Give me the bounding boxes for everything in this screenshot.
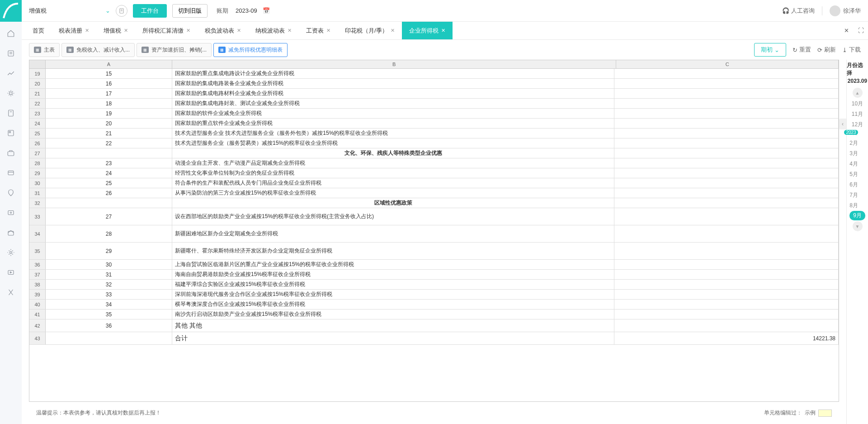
- month-item[interactable]: 6月: [849, 180, 865, 190]
- cell[interactable]: 国家鼓励的集成电路装备企业减免企业所得税: [172, 79, 614, 88]
- row-index[interactable]: 21: [29, 89, 46, 98]
- cell[interactable]: 31: [46, 270, 172, 279]
- table-row[interactable]: 1915国家鼓励的重点集成电路设计企业减免企业所得税: [29, 69, 839, 79]
- tab[interactable]: 工资表✕: [299, 22, 338, 39]
- row-index[interactable]: 34: [29, 225, 46, 242]
- cell[interactable]: 15: [46, 69, 172, 78]
- close-tab-button[interactable]: ✕: [839, 22, 854, 40]
- cell[interactable]: 34: [46, 300, 172, 309]
- table-row[interactable]: 2016国家鼓励的集成电路装备企业减免企业所得税: [29, 79, 839, 89]
- cell[interactable]: 27: [46, 208, 172, 225]
- col-header-b[interactable]: B: [172, 60, 616, 68]
- row-index[interactable]: 33: [29, 208, 46, 225]
- cell[interactable]: 22: [46, 138, 172, 148]
- cell[interactable]: [614, 138, 839, 148]
- nav-icon-4[interactable]: [0, 85, 22, 101]
- cell[interactable]: 29: [46, 243, 172, 259]
- month-item[interactable]: 5月: [849, 169, 865, 180]
- cell[interactable]: 25: [46, 178, 172, 188]
- cell[interactable]: 20: [46, 119, 172, 128]
- user-menu[interactable]: 徐泽华: [830, 5, 861, 16]
- cell[interactable]: 国家鼓励的集成电路封装、测试企业减免企业所得税: [172, 99, 614, 108]
- close-icon[interactable]: ✕: [124, 28, 128, 33]
- row-index[interactable]: 29: [29, 168, 46, 178]
- month-item[interactable]: 2月: [849, 138, 865, 148]
- table-row[interactable]: 2117国家鼓励的集成电路材料企业减免企业所得税: [29, 89, 839, 99]
- row-index[interactable]: 22: [29, 99, 46, 108]
- table-row[interactable]: 3327设在西部地区的鼓励类产业企业减按15%的税率征收企业所得税(主营业务收入…: [29, 208, 839, 225]
- cell[interactable]: [46, 198, 172, 208]
- cell[interactable]: [614, 79, 839, 88]
- table-row[interactable]: 2823动漫企业自主开发、生产动漫产品定期减免企业所得税: [29, 158, 839, 168]
- cell[interactable]: [614, 260, 839, 269]
- calendar-icon[interactable]: 📅: [263, 7, 270, 14]
- cell[interactable]: [614, 148, 839, 158]
- table-row[interactable]: 4135南沙先行启动区鼓励类产业企业减按15%税率征收企业所得税: [29, 310, 839, 319]
- cell[interactable]: 17: [46, 89, 172, 98]
- cell[interactable]: 26: [46, 188, 172, 198]
- row-index[interactable]: 35: [29, 243, 46, 259]
- cell[interactable]: [46, 332, 172, 344]
- table-row[interactable]: 4236其他 其他: [29, 319, 839, 332]
- cell[interactable]: [614, 280, 839, 289]
- cell[interactable]: 23: [46, 158, 172, 168]
- nav-icon-3[interactable]: [0, 65, 22, 81]
- cell[interactable]: [614, 89, 839, 98]
- workspace-button[interactable]: 工作台: [133, 4, 167, 18]
- row-index[interactable]: 36: [29, 260, 46, 269]
- settings-icon[interactable]: [0, 244, 22, 261]
- tab[interactable]: 增值税✕: [96, 22, 135, 39]
- row-index[interactable]: 39: [29, 290, 46, 299]
- cell[interactable]: 国家鼓励的重点软件企业减免企业所得税: [172, 119, 614, 128]
- cell[interactable]: [614, 158, 839, 168]
- cell[interactable]: 从事污染防治的第三方企业减按15%的税率征收企业所得税: [172, 188, 614, 198]
- table-row[interactable]: 3731海南自由贸易港鼓励类企业减按15%税率征收企业所得税: [29, 270, 839, 280]
- cell[interactable]: 合计: [172, 332, 614, 344]
- cell[interactable]: 经营性文化事业单位转制为企业的免征企业所得税: [172, 168, 614, 178]
- row-index[interactable]: 41: [29, 310, 46, 319]
- download-button[interactable]: ⤓ 下载: [842, 46, 861, 54]
- month-item[interactable]: 10月: [852, 99, 863, 109]
- row-index[interactable]: 31: [29, 188, 46, 198]
- subtab[interactable]: ▦资产加速折旧、摊销(...: [137, 43, 212, 57]
- subtab[interactable]: ▦主表: [29, 43, 60, 57]
- main-dropdown[interactable]: 增值税 ⌄: [29, 7, 110, 15]
- table-row[interactable]: 2924经营性文化事业单位转制为企业的免征企业所得税: [29, 168, 839, 178]
- cell[interactable]: 21: [46, 129, 172, 138]
- cell[interactable]: 24: [46, 168, 172, 178]
- cell-header[interactable]: 区域性优惠政策: [172, 198, 614, 208]
- row-index[interactable]: 30: [29, 178, 46, 188]
- cell[interactable]: [614, 99, 839, 108]
- row-index[interactable]: 37: [29, 270, 46, 279]
- tab[interactable]: 企业所得税✕: [402, 22, 453, 39]
- row-index[interactable]: 40: [29, 300, 46, 309]
- close-icon[interactable]: ✕: [391, 28, 395, 33]
- row-index[interactable]: 42: [29, 319, 46, 332]
- nav-icon-6[interactable]: [0, 125, 22, 141]
- switch-version-button[interactable]: 切到旧版: [172, 4, 208, 18]
- cell[interactable]: 福建平潭综合实验区企业减按15%税率征收企业所得税: [172, 280, 614, 289]
- support-link[interactable]: 🎧 人工咨询: [782, 7, 815, 15]
- table-row[interactable]: 3025符合条件的生产和装配伤残人员专门用品企业免征企业所得税: [29, 178, 839, 188]
- tab[interactable]: 税表清册✕: [52, 22, 96, 39]
- nav-icon-10[interactable]: [0, 205, 22, 221]
- tab[interactable]: 所得税汇算清缴✕: [135, 22, 198, 39]
- col-header-a[interactable]: A: [46, 60, 172, 68]
- cell[interactable]: [46, 148, 172, 158]
- tab[interactable]: 印花税（月/季）✕: [338, 22, 402, 39]
- close-icon[interactable]: ✕: [186, 28, 190, 33]
- reset-button[interactable]: ↻ 重置: [793, 46, 811, 54]
- month-down-arrow[interactable]: ▼: [853, 221, 863, 231]
- row-index[interactable]: 26: [29, 138, 46, 148]
- table-row[interactable]: 3630上海自贸试验区临港新片区的重点产业企业减按15%的税率征收企业所得税: [29, 260, 839, 270]
- month-item[interactable]: 11月: [852, 109, 863, 119]
- cell[interactable]: [614, 168, 839, 178]
- close-icon[interactable]: ✕: [326, 28, 330, 33]
- cell[interactable]: 36: [46, 319, 172, 332]
- month-item[interactable]: 3月: [849, 148, 865, 159]
- refresh-button[interactable]: ⟳ 刷新: [817, 46, 836, 54]
- row-index[interactable]: 27: [29, 148, 46, 158]
- cell[interactable]: 深圳前海深港现代服务业合作区企业减按15%税率征收企业所得税: [172, 290, 614, 299]
- cell[interactable]: [614, 290, 839, 299]
- nav-icon-8[interactable]: [0, 165, 22, 181]
